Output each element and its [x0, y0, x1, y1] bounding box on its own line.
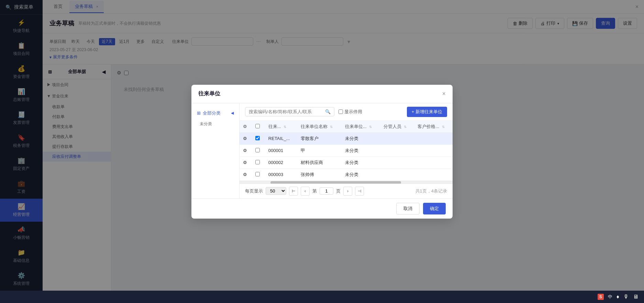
first-page-button[interactable]: ⊢	[289, 187, 298, 196]
last-page-button[interactable]: ⊣	[355, 187, 364, 196]
row-settings[interactable]: ⚙	[240, 156, 252, 168]
show-disabled-label: 显示停用	[344, 109, 362, 115]
modal-col-manager-label: 分管人员	[384, 124, 401, 129]
modal-title: 往来单位	[198, 90, 220, 97]
prev-page-button[interactable]: ‹	[301, 187, 310, 196]
sort-icon-price: ⇅	[442, 125, 445, 129]
row-checkbox[interactable]	[252, 144, 265, 156]
modal-col-category-label: 往来单位...	[345, 124, 367, 129]
modal-search-wrapper: 🔍	[245, 107, 334, 116]
modal-th-settings[interactable]: ⚙	[240, 121, 252, 133]
table-row[interactable]: ⚙ RETAIL_... 零散客户 未分类	[240, 132, 453, 144]
bottom-lang-icon[interactable]: 中	[608, 294, 612, 300]
modal-th-checkbox[interactable]	[252, 121, 265, 133]
show-disabled-checkbox[interactable]	[338, 109, 343, 114]
per-page-select[interactable]: 50 100	[266, 187, 286, 195]
row-settings-icon: ⚙	[243, 172, 247, 177]
row-price-level	[414, 156, 453, 168]
row-checkbox[interactable]	[252, 168, 265, 180]
modal-close-button[interactable]: ×	[442, 90, 446, 97]
bottom-s-icon[interactable]: S	[598, 294, 604, 300]
table-row[interactable]: ⚙ 000001 甲 未分类	[240, 144, 453, 156]
row-manager	[380, 132, 414, 144]
bottom-bar: S 中 ♦ 🎙 🖥	[0, 291, 644, 303]
modal-table-wrap: ⚙ 往来... ⇅ 往来单位名称	[240, 121, 453, 184]
page-label: 第	[312, 188, 317, 194]
modal-body: ⊞ 全部分类 ◀ 未分类 🔍 显示停用	[191, 103, 453, 198]
bottom-mic-icon[interactable]: 🎙	[623, 294, 629, 300]
modal-th-manager: 分管人员 ⇅	[380, 121, 414, 133]
horizontal-scrollbar[interactable]	[240, 181, 453, 184]
modal-header: 往来单位 ×	[191, 85, 453, 103]
row-settings[interactable]: ⚙	[240, 144, 252, 156]
row-settings[interactable]: ⚙	[240, 168, 252, 180]
modal-th-price-level: 客户价格... ⇅	[414, 121, 453, 133]
table-row[interactable]: ⚙ 000002 材料供应商 未分类	[240, 156, 453, 168]
row-code: RETAIL_...	[265, 132, 297, 144]
modal-collapse-left-icon[interactable]: ◀	[231, 111, 234, 115]
row-name: 张帅傅	[297, 168, 342, 180]
row-category: 未分类	[342, 168, 380, 180]
modal-th-name: 往来单位名称 ⇅	[297, 121, 342, 133]
modal-th-category: 往来单位... ⇅	[342, 121, 380, 133]
sort-icon: ⇅	[284, 125, 286, 129]
page-unit: 页	[336, 188, 341, 194]
row-name: 材料供应商	[297, 156, 342, 168]
modal-search-bar: 🔍 显示停用 + 新增往来单位	[240, 103, 453, 121]
modal-overlay[interactable]: 往来单位 × ⊞ 全部分类 ◀ 未分类	[0, 0, 644, 303]
row-price-level	[414, 168, 453, 180]
row-price-level	[414, 144, 453, 156]
row-manager	[380, 156, 414, 168]
modal-select-all[interactable]	[255, 124, 260, 128]
row-select-checkbox[interactable]	[255, 136, 260, 140]
sort-icon-manager: ⇅	[404, 125, 407, 129]
row-select-checkbox[interactable]	[255, 148, 260, 152]
modal-unclassified[interactable]: 未分类	[191, 119, 239, 129]
grid-icon: ⊞	[197, 110, 201, 116]
modal-col-name-label: 往来单位名称	[301, 124, 327, 129]
row-select-checkbox[interactable]	[255, 160, 260, 164]
per-page-label: 每页显示	[245, 188, 263, 194]
table-row[interactable]: ⚙ 000003 张帅傅 未分类	[240, 168, 453, 180]
search-icon: 🔍	[325, 109, 331, 114]
row-name: 甲	[297, 144, 342, 156]
row-code: 000003	[265, 168, 297, 180]
row-manager	[380, 168, 414, 180]
partner-modal: 往来单位 × ⊞ 全部分类 ◀ 未分类	[191, 85, 453, 219]
modal-footer: 取消 确定	[191, 198, 453, 219]
page-number-input[interactable]	[320, 187, 333, 195]
row-code: 000002	[265, 156, 297, 168]
row-checkbox[interactable]	[252, 132, 265, 144]
sort-icon-name: ⇅	[330, 125, 333, 129]
row-price-level	[414, 132, 453, 144]
modal-all-categories[interactable]: ⊞ 全部分类 ◀	[191, 107, 239, 119]
modal-pagination: 每页显示 50 100 ⊢ ‹ 第 页 › ⊣ 共1页，4条记录	[240, 184, 453, 198]
modal-col-price-label: 客户价格...	[418, 124, 439, 129]
add-partner-label: + 新增往来单位	[412, 109, 442, 115]
confirm-button[interactable]: 确定	[423, 203, 446, 214]
modal-th-code: 往来... ⇅	[265, 121, 297, 133]
modal-all-categories-label: 全部分类	[203, 110, 221, 116]
row-category: 未分类	[342, 144, 380, 156]
bottom-diamond-icon[interactable]: ♦	[617, 294, 619, 300]
modal-table: ⚙ 往来... ⇅ 往来单位名称	[240, 121, 453, 181]
next-page-button[interactable]: ›	[343, 187, 352, 196]
row-category: 未分类	[342, 156, 380, 168]
scroll-thumb[interactable]	[270, 181, 401, 184]
add-partner-button[interactable]: + 新增往来单位	[407, 107, 447, 117]
row-settings[interactable]: ⚙	[240, 132, 252, 144]
row-settings-icon: ⚙	[243, 148, 247, 153]
modal-unclassified-label: 未分类	[200, 121, 212, 126]
bottom-monitor-icon[interactable]: 🖥	[633, 294, 639, 300]
row-select-checkbox[interactable]	[255, 172, 260, 176]
show-disabled-checkbox-area[interactable]: 显示停用	[338, 109, 362, 115]
row-checkbox[interactable]	[252, 156, 265, 168]
settings-gear-icon[interactable]: ⚙	[243, 124, 247, 129]
modal-search-input[interactable]	[249, 109, 323, 114]
row-settings-icon: ⚙	[243, 136, 247, 141]
row-name: 零散客户	[297, 132, 342, 144]
cancel-button[interactable]: 取消	[396, 203, 420, 214]
modal-category-nav: ⊞ 全部分类 ◀ 未分类	[191, 103, 240, 198]
sort-icon-category: ⇅	[369, 125, 372, 129]
row-code: 000001	[265, 144, 297, 156]
